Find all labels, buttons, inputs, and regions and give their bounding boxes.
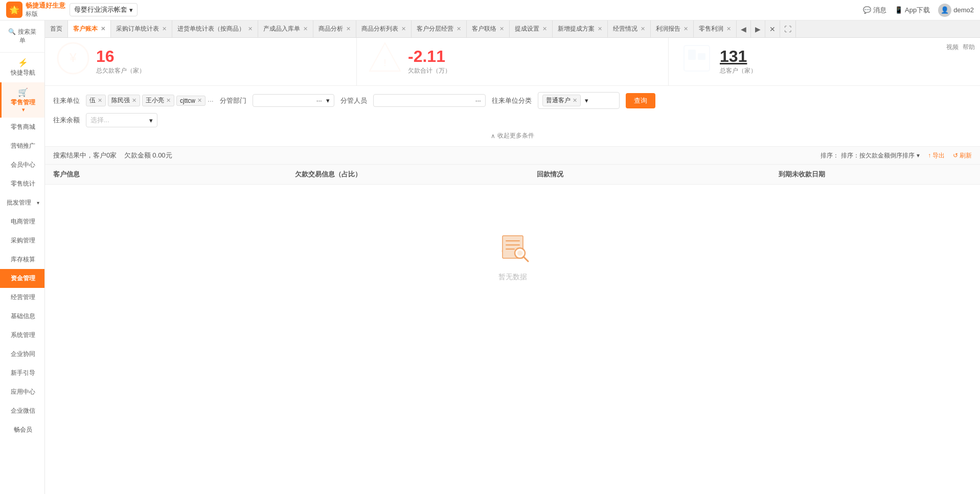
svg-rect-6 [698,53,705,60]
help-link[interactable]: 帮助 [963,43,975,52]
unit-tag-wu-remove[interactable]: ✕ [98,97,102,104]
tab-close-all[interactable]: ✕ [765,20,780,38]
marketing-label: 营销推广 [11,142,35,150]
unit-tag-chen-remove[interactable]: ✕ [132,97,136,104]
sort-btn[interactable]: 排序： 排序：按欠款金额倒序排序 ▾ [821,151,920,160]
video-link[interactable]: 视频 [946,43,959,52]
tab-close-purchase-stats[interactable]: ✕ [248,26,253,32]
sidebar-item-quicknav[interactable]: ⚡ 快捷导航 [0,53,44,82]
unit-tag-wang-remove[interactable]: ✕ [166,97,171,104]
tab-customer-contact[interactable]: 客户联络 ✕ [467,20,510,38]
col-header-arrears: 欠款交易信息（占比） [295,170,537,179]
tab-nav-next[interactable]: ▶ [751,20,765,38]
sidebar-item-newbie[interactable]: 新手引导 [0,364,44,383]
stat-card-debt-customers: ¥ 16 总欠款客户（家） [45,38,357,85]
person-select[interactable]: ··· [373,94,486,107]
sidebar-item-purchase[interactable]: 采购管理 [0,231,44,250]
category-label: 往来单位分类 [492,96,532,105]
tab-close-purchase-order[interactable]: ✕ [162,26,167,32]
sidebar-item-retail-mall[interactable]: 零售商城 [0,118,44,137]
username: demo2 [953,6,974,14]
sidebar-item-vip[interactable]: 畅会员 [0,420,44,439]
tab-customer-tier-label: 客户分层经营 [417,25,453,33]
tab-produce-stock[interactable]: 产成品入库单 ✕ [258,20,313,38]
tab-goods-list[interactable]: 商品分析列表 ✕ [356,20,412,38]
tab-new-raise[interactable]: 新增提成方案 ✕ [553,20,608,38]
tab-goods-list-label: 商品分析列表 [361,25,398,33]
sidebar-item-corp-wechat[interactable]: 企业微信 [0,401,44,420]
unit-tag-cjttcw-remove[interactable]: ✕ [197,97,202,104]
suite-label: 母婴行业演示帐套 [74,5,127,14]
stat-value-total-customers: 131 [720,48,757,64]
sidebar-item-system[interactable]: 系统管理 [0,326,44,345]
filter-more-btn[interactable]: ··· [208,97,214,105]
sidebar-item-wholesale[interactable]: 批发管理 ▾ [0,193,44,212]
message-btn[interactable]: 💬 消息 [863,6,886,15]
dept-select[interactable]: ··· ▾ [253,94,334,107]
retail-icon: 🛒 [18,87,28,97]
unit-tag-wang: 王小亮 ✕ [142,95,174,106]
tab-business[interactable]: 经营情况 ✕ [608,20,651,38]
tab-fullscreen[interactable]: ⛶ [780,20,796,38]
tab-nav-prev[interactable]: ◀ [737,20,751,38]
tab-raise-settings-label: 提成设置 [515,25,539,33]
tab-raise-settings[interactable]: 提成设置 ✕ [510,20,553,38]
app-label: App下载 [905,6,930,15]
quicknav-label: 快捷导航 [11,69,35,77]
top-bar: 🌟 畅捷通好生意 标版 母婴行业演示帐套 ▾ 💬 消息 📱 App下载 👤 de… [0,0,980,20]
table-header: 客户信息 欠款交易信息（占比） 回款情况 到期未收款日期 [45,165,980,185]
tab-close-goods-analysis[interactable]: ✕ [346,26,351,32]
tab-close-raise-settings[interactable]: ✕ [542,26,547,32]
tab-close-new-raise[interactable]: ✕ [598,26,602,32]
balance-select[interactable]: 选择... ▾ [86,113,157,127]
tab-customer-tier[interactable]: 客户分层经营 ✕ [412,20,467,38]
tab-close-profit-report[interactable]: ✕ [683,26,688,32]
category-select[interactable]: 普通客户 ✕ ▾ [538,92,620,109]
retail-stats-label: 零售统计 [11,179,35,188]
tab-customer-book[interactable]: 客户账本 ✕ [68,20,111,38]
sidebar-item-enterprise[interactable]: 企业协同 [0,345,44,364]
app-icon: 📱 [895,6,903,14]
refresh-btn[interactable]: ↺ 刷新 [953,151,972,160]
person-label: 分管人员 [340,96,367,105]
tab-close-customer-contact[interactable]: ✕ [499,26,504,32]
tab-home[interactable]: 首页 [45,20,68,38]
tab-goods-analysis[interactable]: 商品分析 ✕ [313,20,356,38]
member-label: 会员中心 [11,161,35,169]
search-menu-btn[interactable]: 🔍 搜索菜单 [4,26,40,47]
tab-close-customer-tier[interactable]: ✕ [457,26,461,32]
sidebar-item-operation[interactable]: 经营管理 [0,288,44,307]
sidebar-item-basic-info[interactable]: 基础信息 [0,307,44,326]
tab-close-produce-stock[interactable]: ✕ [303,26,308,32]
stat-card-debt-amount: ! -2.11 欠款合计（万） [357,38,669,85]
tab-retail-profit[interactable]: 零售利润 ✕ [694,20,737,38]
tab-close-goods-list[interactable]: ✕ [401,26,406,32]
suite-selector[interactable]: 母婴行业演示帐套 ▾ [70,3,138,16]
collapse-btn[interactable]: ∧ 收起更多条件 [491,131,534,140]
col-header-overdue: 到期未收款日期 [779,170,972,179]
tab-business-label: 经营情况 [613,25,637,33]
category-tag-normal-remove[interactable]: ✕ [573,97,577,104]
sidebar-item-marketing[interactable]: 营销推广 [0,137,44,155]
tab-close-retail-profit[interactable]: ✕ [726,26,731,32]
tab-purchase-order[interactable]: 采购订单统计表 ✕ [111,20,172,38]
app-download-btn[interactable]: 📱 App下载 [895,6,930,15]
export-btn[interactable]: ↑ 导出 [928,151,945,160]
category-tag-normal: 普通客户 ✕ [542,95,581,106]
sidebar-item-finance[interactable]: 资金管理 [0,269,44,288]
tab-close-business[interactable]: ✕ [641,26,645,32]
tab-profit-report[interactable]: 利润报告 ✕ [651,20,694,38]
sidebar-search: 🔍 搜索菜单 [0,20,44,53]
sidebar-item-retail-stats[interactable]: 零售统计 [0,174,44,193]
sidebar-item-member[interactable]: 会员中心 [0,155,44,174]
sidebar-item-inventory[interactable]: 库存核算 [0,250,44,269]
stat-label-debt-customers: 总欠款客户（家） [96,66,145,75]
search-btn[interactable]: 查询 [626,93,655,108]
user-menu[interactable]: 👤 demo2 [938,4,974,17]
tab-purchase-stats[interactable]: 进货单统计表（按商品） ✕ [172,20,258,38]
sidebar-item-retail[interactable]: 🛒 零售管理 ▾ [0,82,44,118]
svg-rect-5 [688,50,696,60]
sidebar-item-ecommerce[interactable]: 电商管理 [0,212,44,231]
tab-close-customer-book[interactable]: ✕ [101,26,105,32]
sidebar-item-app-center[interactable]: 应用中心 [0,383,44,401]
